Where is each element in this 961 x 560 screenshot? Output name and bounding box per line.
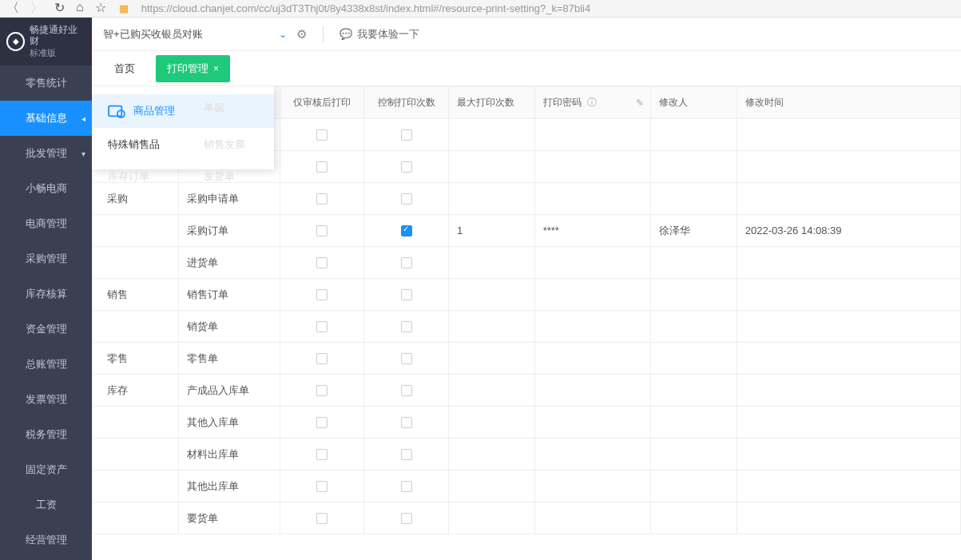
sidebar-item-1[interactable]: 基础信息◂ <box>0 101 92 136</box>
chevron-right-icon: ◂ <box>81 113 85 122</box>
checkbox-after-audit[interactable] <box>316 385 328 396</box>
checkbox-after-audit[interactable] <box>316 481 328 492</box>
cell-max[interactable] <box>448 502 534 534</box>
cell-max[interactable]: 1 <box>448 215 534 247</box>
edit-icon[interactable]: ✎ <box>636 97 644 109</box>
table-row: 要货单 <box>93 502 961 534</box>
sidebar-item-13[interactable]: 经营管理 <box>0 522 92 558</box>
cell-pwd[interactable]: **** <box>534 215 650 247</box>
sidebar-item-12[interactable]: 工资 <box>0 487 92 522</box>
chevron-down-icon: ⌄ <box>279 29 287 40</box>
sidebar-item-0[interactable]: 零售统计 <box>0 66 92 101</box>
cell-max[interactable] <box>448 407 534 439</box>
back-icon[interactable]: 〈 <box>6 0 19 17</box>
checkbox-after-audit[interactable] <box>316 193 328 205</box>
gear-icon[interactable]: ⚙ <box>296 27 307 42</box>
try-it-link[interactable]: 💬 我要体验一下 <box>340 27 419 42</box>
sidebar-item-4[interactable]: 电商管理 <box>0 206 92 241</box>
cell-time <box>737 119 960 151</box>
checkbox-ctrl-count[interactable] <box>401 289 412 300</box>
cell-pwd[interactable] <box>534 247 650 279</box>
checkbox-after-audit[interactable] <box>316 353 328 364</box>
cell-category <box>93 311 179 343</box>
sidebar-item-9[interactable]: 发票管理 <box>0 382 92 417</box>
content-area: 商品管理特殊销售品 单据 销售发票 库存订单发货单 仅审核后打印 控制打印次数 … <box>92 86 961 560</box>
star-icon[interactable]: ☆ <box>95 0 106 17</box>
checkbox-after-audit[interactable] <box>316 129 328 141</box>
cell-modifier <box>651 279 737 311</box>
checkbox-after-audit[interactable] <box>316 449 328 460</box>
refresh-icon[interactable]: ↻ <box>54 0 65 17</box>
cell-modifier <box>651 502 737 534</box>
url-bar[interactable]: https://cloud.chanjet.com/cc/uj3dT3Thj0t… <box>141 2 955 14</box>
cell-pwd[interactable] <box>534 279 650 311</box>
cell-max[interactable] <box>448 311 534 343</box>
checkbox-ctrl-count[interactable] <box>401 417 412 428</box>
checkbox-after-audit[interactable] <box>316 321 328 332</box>
cell-chk2 <box>364 311 449 343</box>
sidebar-item-7[interactable]: 资金管理 <box>0 312 92 347</box>
sidebar-item-11[interactable]: 固定资产 <box>0 452 92 487</box>
cell-max[interactable] <box>448 375 534 407</box>
checkbox-after-audit[interactable] <box>316 257 328 268</box>
checkbox-after-audit[interactable] <box>316 513 328 524</box>
cell-chk1 <box>280 311 364 343</box>
checkbox-ctrl-count[interactable] <box>401 513 412 524</box>
cell-max[interactable] <box>448 279 534 311</box>
cell-modifier <box>651 343 737 375</box>
checkbox-ctrl-count[interactable] <box>401 225 412 236</box>
cell-pwd[interactable] <box>534 119 650 151</box>
context-selector[interactable]: 智+已购买收银员对账 ⌄ <box>103 27 287 42</box>
cell-max[interactable] <box>448 183 534 215</box>
cell-modifier <box>651 119 737 151</box>
cell-modifier <box>651 151 737 183</box>
cell-pwd[interactable] <box>534 471 650 502</box>
forward-icon[interactable]: 〉 <box>30 0 43 17</box>
checkbox-after-audit[interactable] <box>316 289 328 300</box>
sidebar-item-8[interactable]: 总账管理 <box>0 347 92 382</box>
cell-pwd[interactable] <box>534 311 650 343</box>
cell-pwd[interactable] <box>534 183 650 215</box>
cell-pwd[interactable] <box>534 151 650 183</box>
cell-max[interactable] <box>448 471 534 502</box>
cell-pwd[interactable] <box>534 502 650 534</box>
cell-max[interactable] <box>448 247 534 279</box>
tabs: 首页打印管理× <box>92 51 961 86</box>
tab-0[interactable]: 首页 <box>103 55 146 82</box>
sidebar-item-3[interactable]: 小畅电商 <box>0 171 92 206</box>
checkbox-ctrl-count[interactable] <box>401 449 412 460</box>
checkbox-ctrl-count[interactable] <box>401 193 412 205</box>
help-icon[interactable]: ⓘ <box>587 97 597 108</box>
table-row: 其他出库单 <box>93 471 961 502</box>
cell-category <box>93 502 179 534</box>
cell-max[interactable] <box>448 343 534 375</box>
cell-max[interactable] <box>448 119 534 151</box>
cell-max[interactable] <box>448 151 534 183</box>
sidebar-item-10[interactable]: 税务管理 <box>0 417 92 452</box>
tab-1[interactable]: 打印管理× <box>156 55 230 82</box>
cell-pwd[interactable] <box>534 343 650 375</box>
cell-pwd[interactable] <box>534 439 650 471</box>
brand-name: 畅捷通好业财 <box>30 24 85 47</box>
cell-modifier <box>651 311 737 343</box>
checkbox-ctrl-count[interactable] <box>401 321 412 332</box>
home-icon[interactable]: ⌂ <box>76 0 84 17</box>
cell-max[interactable] <box>448 439 534 471</box>
sidebar-item-2[interactable]: 批发管理▾ <box>0 136 92 171</box>
sidebar-item-6[interactable]: 库存核算 <box>0 276 92 312</box>
checkbox-ctrl-count[interactable] <box>401 257 412 268</box>
checkbox-ctrl-count[interactable] <box>401 129 412 141</box>
checkbox-after-audit[interactable] <box>316 225 328 236</box>
cell-pwd[interactable] <box>534 407 650 439</box>
checkbox-ctrl-count[interactable] <box>401 385 412 396</box>
checkbox-ctrl-count[interactable] <box>401 353 412 364</box>
cell-pwd[interactable] <box>534 375 650 407</box>
checkbox-ctrl-count[interactable] <box>401 481 412 492</box>
close-icon[interactable]: × <box>213 63 219 74</box>
checkbox-after-audit[interactable] <box>316 417 328 428</box>
cell-time <box>737 407 960 439</box>
checkbox-after-audit[interactable] <box>316 161 328 173</box>
sidebar-item-5[interactable]: 采购管理 <box>0 241 92 276</box>
cell-category <box>93 407 179 439</box>
checkbox-ctrl-count[interactable] <box>401 161 412 173</box>
